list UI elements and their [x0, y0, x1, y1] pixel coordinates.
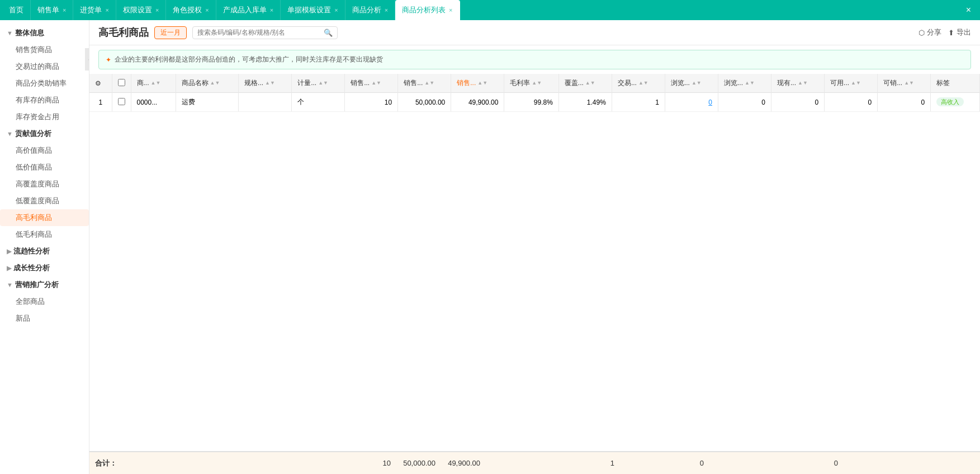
footer-spacer5 — [307, 461, 352, 466]
tag-badge: 高收入 — [936, 97, 964, 106]
arrow-right-icon-2: ▶ — [7, 265, 11, 272]
search-input[interactable] — [197, 29, 324, 36]
col-code[interactable]: 商... ▲▼ — [131, 74, 176, 93]
sidebar-section-contribution[interactable]: ▼ 贡献值分析 — [0, 125, 89, 142]
col-settings[interactable]: ⚙ — [89, 74, 112, 93]
col-unit[interactable]: 计量... ▲▼ — [292, 74, 345, 93]
sort-arrows-6: ▲▼ — [424, 81, 434, 86]
footer-spacer3 — [217, 461, 262, 466]
sidebar-item-category-rate[interactable]: 商品分类助销率 — [0, 75, 89, 92]
cell-saleable: 0 — [878, 93, 931, 112]
export-icon: ⬆ — [948, 29, 954, 37]
search-container: 🔍 — [192, 26, 338, 39]
sort-arrows-9: ▲▼ — [585, 81, 595, 86]
sidebar-item-all-goods[interactable]: 全部商品 — [0, 293, 89, 310]
col-coverage[interactable]: 覆盖... ▲▼ — [558, 74, 612, 93]
sidebar-item-sale-goods[interactable]: 销售货商品 — [0, 41, 89, 58]
col-sale-amount[interactable]: 销售... ▲▼ — [398, 74, 451, 93]
settings-icon[interactable]: ⚙ — [95, 79, 101, 87]
sidebar-item-stock-capital[interactable]: 库存资金占用 — [0, 109, 89, 125]
col-available[interactable]: 可用... ▲▼ — [825, 74, 878, 93]
col-spec[interactable]: 规格... ▲▼ — [239, 74, 292, 93]
cell-sale-profit: 49,900.00 — [451, 93, 504, 112]
footer-spacer10 — [754, 461, 799, 466]
col-sale-profit[interactable]: 销售... ▲▼ — [451, 74, 504, 93]
share-btn[interactable]: ⬡ 分享 — [919, 27, 941, 37]
sort-arrows: ▲▼ — [151, 81, 161, 86]
footer-spacer8 — [620, 461, 665, 466]
share-icon: ⬡ — [919, 29, 925, 37]
cell-coverage: 1.49% — [558, 93, 612, 112]
nav-product-analysis[interactable]: 商品分析 × — [345, 0, 395, 20]
nav-home[interactable]: 首页 — [2, 0, 31, 20]
close-template[interactable]: × — [334, 7, 338, 13]
close-role-auth[interactable]: × — [205, 7, 209, 13]
footer-spacer7 — [531, 461, 575, 466]
col-browse2[interactable]: 浏览... ▲▼ — [718, 74, 771, 93]
footer-spacer6 — [486, 461, 531, 466]
sidebar-item-high-coverage[interactable]: 高覆盖度商品 — [0, 176, 89, 193]
sidebar: « ▼ 整体信息 销售货商品 交易过的商品 商品分类助销率 有库存的商品 库存资… — [0, 20, 89, 474]
sidebar-item-high-value[interactable]: 高价值商品 — [0, 142, 89, 159]
sidebar-item-new-goods[interactable]: 新品 — [0, 310, 89, 327]
close-purchase-order[interactable]: × — [105, 7, 108, 13]
sidebar-collapse-btn[interactable]: « — [85, 48, 89, 71]
sidebar-item-traded-goods[interactable]: 交易过的商品 — [0, 58, 89, 75]
sidebar-item-low-margin[interactable]: 低毛利商品 — [0, 226, 89, 243]
sort-arrows-5: ▲▼ — [371, 81, 381, 86]
sort-arrows-8: ▲▼ — [532, 81, 542, 86]
close-product-inbound[interactable]: × — [270, 7, 273, 13]
sidebar-section-flow[interactable]: ▶ 流趋性分析 — [0, 243, 89, 260]
col-gross-rate[interactable]: 毛利率 ▲▼ — [504, 74, 559, 93]
sidebar-section-marketing[interactable]: ▼ 营销推广分析 — [0, 276, 89, 293]
header-actions: ⬡ 分享 ⬆ 导出 — [919, 27, 971, 37]
cell-checkbox — [112, 93, 131, 112]
cell-index: 1 — [89, 93, 112, 112]
col-tag[interactable]: 标签 — [931, 74, 980, 93]
footer-label: 合计： — [95, 458, 128, 468]
info-icon: ✦ — [106, 56, 111, 64]
close-analysis-list[interactable]: × — [449, 7, 452, 13]
close-sales-order[interactable]: × — [63, 7, 66, 13]
filter-month-btn[interactable]: 近一月 — [154, 26, 187, 39]
nav-product-inbound[interactable]: 产成品入库单 × — [216, 0, 281, 20]
nav-sales-order[interactable]: 销售单 × — [31, 0, 73, 20]
sidebar-item-low-coverage[interactable]: 低覆盖度商品 — [0, 193, 89, 209]
nav-template-settings[interactable]: 单据模板设置 × — [281, 0, 345, 20]
col-sale-qty[interactable]: 销售... ▲▼ — [345, 74, 398, 93]
sidebar-marketing-items: 全部商品 新品 — [0, 293, 89, 327]
nav-permission-settings[interactable]: 权限设置 × — [116, 0, 166, 20]
main-layout: « ▼ 整体信息 销售货商品 交易过的商品 商品分类助销率 有库存的商品 库存资… — [0, 20, 980, 474]
col-saleable[interactable]: 可销... ▲▼ — [878, 74, 931, 93]
col-stock1[interactable]: 现有... ▲▼ — [771, 74, 825, 93]
sidebar-item-high-margin[interactable]: 高毛利商品 — [0, 209, 89, 226]
footer-spacer4 — [262, 461, 307, 466]
sidebar-section-growth[interactable]: ▶ 成长性分析 — [0, 260, 89, 276]
info-bar: ✦ 企业的主要的利润都是这部分商品创造的，可考虑加大推广，同时关注库存是不要出现… — [98, 50, 971, 69]
select-all-checkbox[interactable] — [118, 79, 125, 86]
export-btn[interactable]: ⬆ 导出 — [948, 27, 971, 37]
cell-gross-rate: 99.8% — [504, 93, 559, 112]
table-container: ⚙ 商... ▲▼ 商品名称 — [89, 74, 980, 451]
cell-available: 0 — [825, 93, 878, 112]
close-permission[interactable]: × — [155, 7, 159, 13]
table-footer: 合计： 10 50,000.00 49,900.00 1 0 0 — [89, 451, 980, 474]
sidebar-item-in-stock[interactable]: 有库存的商品 — [0, 92, 89, 109]
cell-browse1[interactable]: 0 — [665, 93, 718, 112]
cell-spec — [239, 93, 292, 112]
col-trade[interactable]: 交易... ▲▼ — [612, 74, 665, 93]
footer-spacer2 — [173, 461, 217, 466]
search-icon[interactable]: 🔍 — [324, 29, 333, 37]
close-analysis[interactable]: × — [385, 7, 388, 13]
sort-arrows-7: ▲▼ — [477, 81, 487, 86]
nav-product-analysis-list[interactable]: 商品分析列表 × — [395, 0, 460, 20]
nav-purchase-order[interactable]: 进货单 × — [73, 0, 116, 20]
sidebar-section-overall[interactable]: ▼ 整体信息 — [0, 25, 89, 41]
nav-role-auth[interactable]: 角色授权 × — [166, 0, 216, 20]
col-browse1[interactable]: 浏览... ▲▼ — [665, 74, 718, 93]
col-name[interactable]: 商品名称 ▲▼ — [176, 74, 239, 93]
row-checkbox[interactable] — [118, 98, 125, 105]
window-close-btn[interactable]: × — [959, 5, 978, 15]
sidebar-item-low-value[interactable]: 低价值商品 — [0, 159, 89, 176]
sidebar-contribution-items: 高价值商品 低价值商品 高覆盖度商品 低覆盖度商品 高毛利商品 低毛利商品 — [0, 142, 89, 243]
